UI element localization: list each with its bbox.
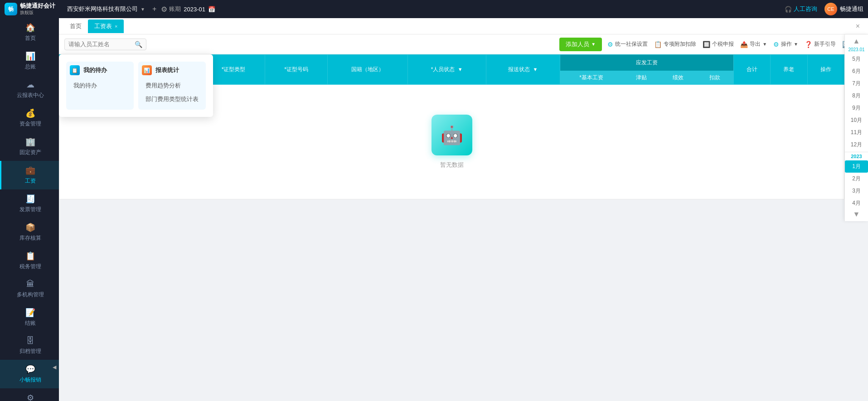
month-item-5[interactable]: 5月 [845,53,868,65]
sidebar-item-xiaochang[interactable]: 💬 小畅报销 ◀ [0,360,59,388]
search-input[interactable] [68,41,132,48]
popup-item-my-todo[interactable]: 我的待办 [70,79,130,92]
sidebar-label-archive: 归档管理 [19,348,41,355]
empty-text: 暂无数据 [440,161,464,169]
guide-icon: ❓ [805,41,812,48]
period-value[interactable]: 2023-01 [184,6,205,13]
sidebar-item-invoice[interactable]: 🧾 发票管理 [0,189,59,218]
funds-icon: 💰 [25,108,35,118]
close-icon[interactable]: × [115,24,117,29]
sidebar-item-multi[interactable]: 🏛 多机构管理 [0,275,59,303]
month-item-3[interactable]: 3月 [845,185,868,197]
sidebar-label-multi: 多机构管理 [17,291,44,299]
th-status[interactable]: *人员状态 ▼ [407,55,486,85]
period-area: 账期 2023-01 📅 [169,5,215,13]
sidebar-label-salary: 工资 [25,177,36,185]
th-total: 合计 [733,55,770,85]
inventory-icon: 📦 [25,222,35,232]
deduct-btn[interactable]: 📋 专项附加扣除 [654,40,696,48]
company-selector[interactable]: 西安虾米网络科技有限公司 ▼ [63,3,149,15]
export-btn[interactable]: 📤 导出 ▼ [740,40,767,48]
month-item-12[interactable]: 12月 [845,139,868,151]
sidebar-label-ledger: 总账 [25,63,36,71]
tab-salary-table[interactable]: 工资表 × [88,19,124,33]
tab-home[interactable]: 首页 [63,19,88,33]
add-person-button[interactable]: 添加人员 ▼ [559,38,602,51]
sidebar-label-assets: 固定资产 [19,149,41,156]
service-button[interactable]: 🎧 人工咨询 [785,5,817,13]
th-report-status[interactable]: 报送状态 ▼ [486,55,560,85]
month-item-8[interactable]: 8月 [845,90,868,102]
search-icon: 🔍 [135,41,142,48]
top-right: 🎧 人工咨询 CE 畅捷通组 [785,3,863,15]
sidebar-item-archive[interactable]: 🗄 归档管理 [0,332,59,360]
sidebar-label-invoice: 发票管理 [19,206,41,213]
user-area[interactable]: CE 畅捷通组 [824,3,863,15]
operation-btn[interactable]: ⚙ 操作 ▼ [773,40,798,48]
xiaochang-icon: 💬 [25,364,35,374]
chevron-down-icon: ▼ [141,7,145,12]
th-id-number: *证型号码 [265,55,327,85]
period-label: 账期 [169,5,181,13]
user-initials: CE [827,6,834,12]
deduct-label: 专项附加扣除 [664,40,696,48]
calendar-icon[interactable]: 📅 [208,6,215,13]
operation-label: 操作 [781,40,792,48]
social-settings-btn[interactable]: ⚙ 统一社保设置 [607,40,648,48]
sidebar-item-funds[interactable]: 💰 资金管理 [0,104,59,132]
search-box: 🔍 [64,39,146,50]
tax-report-btn[interactable]: 🔲 个税申报 [703,40,734,48]
month-item-2[interactable]: 2月 [845,173,868,185]
logo-text: 畅捷通好会计 [20,2,55,10]
month-item-7[interactable]: 7月 [845,77,868,90]
month-item-9[interactable]: 9月 [845,102,868,114]
sidebar-item-salary[interactable]: 💼 工资 [0,161,59,189]
cloud-icon: ☁ [26,80,34,90]
guide-label: 新手引导 [814,40,836,48]
month-item-4[interactable]: 4月 [845,197,868,209]
logo-sub: 旗舰版 [20,10,55,16]
operation-dropdown-icon: ▼ [794,42,798,47]
sidebar-label-funds: 资金管理 [19,120,41,128]
month-item-1[interactable]: 1月 [845,160,868,173]
report-section-icon: 📊 [142,65,152,75]
settings-button[interactable]: ⚙ [161,5,167,14]
sidebar-label-tax: 税务管理 [19,263,41,271]
invoice-icon: 🧾 [25,194,35,204]
tax-icon: 📋 [25,251,35,261]
salary-icon: 💼 [25,165,35,175]
month-item-11[interactable]: 11月 [845,126,868,139]
sidebar-item-settle[interactable]: 📝 结账 [0,303,59,332]
window-close-icon[interactable]: × [852,20,863,32]
th-nationality: 国籍（地区） [328,55,408,85]
guide-btn[interactable]: ❓ 新手引导 [805,40,836,48]
month-item-6[interactable]: 6月 [845,65,868,77]
archive-icon: 🗄 [26,336,34,346]
popup-item-cost-trend[interactable]: 费用趋势分析 [142,79,202,92]
report-filter-icon: ▼ [533,67,538,72]
dropdown-arrow-icon: ▼ [591,42,596,47]
month-scroll-down[interactable]: ▼ [852,209,861,219]
month-item-10[interactable]: 10月 [845,114,868,126]
tab-home-label: 首页 [70,22,82,30]
avatar: CE [824,3,837,15]
th-deduction: 扣款 [697,71,733,85]
tax-label: 个税申报 [712,40,734,48]
sidebar-item-inventory[interactable]: 📦 库存核算 [0,218,59,246]
tax-icon: 🔲 [703,41,710,48]
tabs-bar: 首页 工资表 × × [59,18,868,34]
sidebar-item-home[interactable]: 🏠 首页 [0,18,59,47]
popup-item-dept-cost[interactable]: 部门费用类型统计表 [142,92,202,106]
sidebar-item-tax[interactable]: 📋 税务管理 [0,246,59,275]
month-scroll-up[interactable]: ▲ [852,36,861,46]
add-button[interactable]: + [152,5,156,13]
sidebar-item-assets[interactable]: 🏢 固定资产 [0,132,59,161]
sidebar-item-basic[interactable]: ⚙ 基础设置 [0,388,59,401]
sidebar-item-ledger[interactable]: 📊 总账 [0,47,59,75]
sidebar-label-inventory: 库存核算 [19,234,41,242]
th-payable-group: 应发工资 [560,55,733,71]
sidebar-label-cloud: 云报表中心 [17,92,44,99]
content-area: 首页 工资表 × × 🔍 添加人员 ▼ ⚙ 统一社 [59,18,868,401]
th-allowance: 津贴 [623,71,659,85]
sidebar-item-cloud[interactable]: ☁ 云报表中心 [0,75,59,104]
